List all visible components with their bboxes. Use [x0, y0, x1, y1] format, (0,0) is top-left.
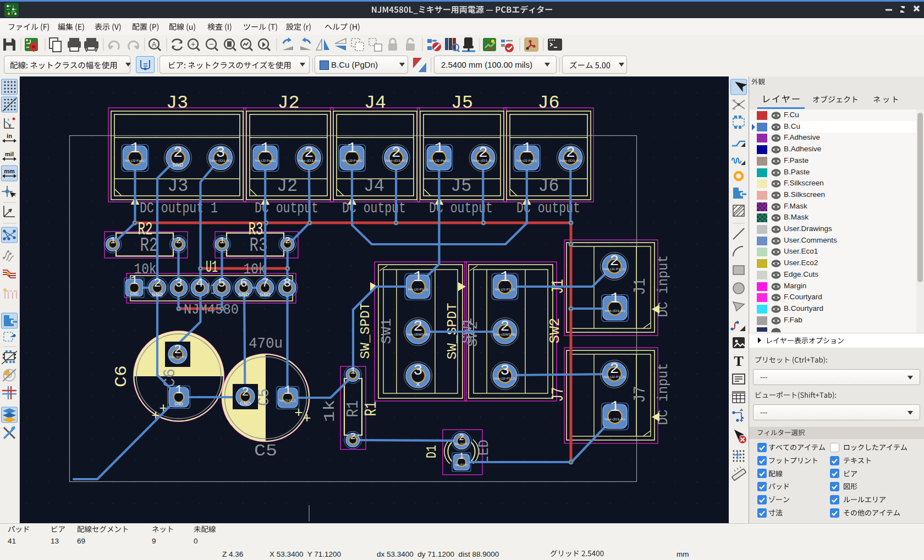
svg-text:J5: J5	[450, 176, 471, 196]
svg-text:2: 2	[350, 432, 356, 442]
svg-text:2: 2	[285, 236, 290, 246]
svg-text:1: 1	[610, 290, 620, 307]
svg-text:2: 2	[414, 318, 423, 335]
svg-text:6: 6	[240, 277, 247, 290]
svg-text:U1: U1	[206, 258, 218, 277]
svg-text:R1: R1	[344, 400, 362, 418]
svg-text:Net-(D1-A): Net-(D1-A)	[455, 463, 468, 466]
svg-text:3: 3	[175, 277, 182, 290]
svg-text:J5: J5	[451, 92, 473, 113]
svg-text:2: 2	[176, 236, 182, 246]
svg-text:Net-(J2-Pad1): Net-(J2-Pad1)	[516, 159, 537, 162]
svg-text:8: 8	[283, 277, 290, 290]
svg-text:GND: GND	[238, 292, 249, 298]
svg-text:1: 1	[130, 274, 138, 288]
svg-text:Net-(J2-Pad1): Net-(J2-Pad1)	[125, 159, 146, 162]
svg-text:2: 2	[173, 144, 183, 161]
svg-text:J2: J2	[277, 176, 298, 196]
svg-text:470u: 470u	[249, 335, 283, 352]
svg-text:in: in	[7, 133, 12, 139]
svg-text:Net-(J2-P1_1): Net-(J2-P1_1)	[279, 399, 296, 402]
svg-text:GND: GND	[172, 162, 183, 168]
svg-text:R2: R2	[138, 219, 153, 240]
svg-text:+: +	[302, 410, 311, 427]
svg-text:1: 1	[110, 236, 116, 246]
svg-text:SW2: SW2	[465, 321, 481, 347]
svg-text:J7: J7	[631, 386, 650, 403]
svg-text:Net-(J2-P1_2): Net-(J2-P1_2)	[603, 375, 625, 378]
svg-text:Net-(D1-K): Net-(D1-K)	[210, 159, 232, 162]
svg-text:1: 1	[610, 398, 620, 415]
svg-text:1: 1	[435, 140, 444, 157]
svg-text:4: 4	[196, 277, 203, 290]
svg-text:Net-(D1-K): Net-(D1-K)	[169, 355, 186, 359]
svg-text:C6: C6	[112, 365, 131, 387]
svg-text:Net-(J2-P1_2): Net-(J2-P1_2)	[494, 377, 516, 380]
svg-text:J4: J4	[364, 176, 384, 196]
svg-text:D1: D1	[424, 445, 440, 458]
svg-text:1: 1	[350, 366, 356, 376]
svg-text:7: 7	[261, 277, 268, 290]
svg-text:2: 2	[610, 360, 619, 377]
svg-text:1k: 1k	[321, 400, 338, 422]
svg-text:J1: J1	[631, 278, 650, 295]
svg-text:NJM4580: NJM4580	[184, 301, 239, 318]
svg-text:mm: mm	[4, 168, 15, 174]
svg-text:2: 2	[304, 144, 314, 161]
svg-text:Net-(J1-P1_2): Net-(J1-P1_2)	[603, 267, 625, 271]
svg-text:Net-(D1-K): Net-(D1-K)	[386, 159, 407, 162]
svg-text:Net-(J2-Pad1): Net-(J2-Pad1)	[255, 159, 276, 162]
svg-text:GND: GND	[130, 292, 138, 297]
svg-text:1: 1	[219, 236, 225, 246]
svg-text:10k: 10k	[244, 261, 266, 278]
svg-text:Net-(D1-K): Net-(D1-K)	[455, 442, 469, 446]
svg-text:1: 1	[284, 384, 291, 398]
svg-text:2: 2	[501, 318, 510, 335]
svg-text:2: 2	[174, 343, 181, 357]
svg-text:J4: J4	[364, 92, 386, 113]
svg-text:2: 2	[153, 277, 161, 290]
svg-text:C5: C5	[254, 442, 277, 460]
svg-text:GND: GND	[174, 402, 183, 407]
svg-text:1: 1	[501, 268, 510, 286]
svg-text:Net-(J1-P1_2): Net-(J1-P1_2)	[495, 288, 515, 291]
svg-text:Net-(D1-K): Net-(D1-K)	[298, 159, 320, 162]
svg-text:J7: J7	[549, 387, 568, 402]
svg-text:−: −	[209, 40, 213, 48]
svg-text:GND: GND	[152, 292, 163, 298]
svg-text:Net-(D1-K): Net-(D1-K)	[560, 159, 581, 162]
svg-text:J6: J6	[538, 92, 560, 113]
svg-text:1: 1	[175, 383, 182, 397]
svg-text:1: 1	[261, 140, 270, 157]
svg-text:mil: mil	[5, 151, 14, 157]
svg-text:3: 3	[216, 144, 226, 161]
svg-text:2: 2	[610, 252, 619, 270]
svg-text:θ: θ	[9, 123, 11, 128]
svg-text:J3: J3	[167, 176, 188, 196]
svg-text:Net-(J2-P1_1): Net-(J2-P1_1)	[408, 288, 428, 291]
svg-text:T: T	[734, 353, 743, 369]
svg-text:2: 2	[566, 144, 575, 161]
svg-text:1: 1	[459, 452, 464, 462]
svg-text:Net-(J2-Pad1): Net-(J2-Pad1)	[428, 159, 449, 162]
svg-text:Net-(D1-K): Net-(D1-K)	[604, 309, 625, 312]
svg-text:1: 1	[348, 140, 357, 157]
svg-text:SW_SPDT: SW_SPDT	[358, 303, 373, 359]
svg-text:Net-(SW1-B): Net-(SW1-B)	[407, 333, 429, 336]
svg-text:J6: J6	[538, 176, 559, 196]
svg-text:5: 5	[218, 277, 225, 290]
svg-text:LED: LED	[476, 440, 492, 464]
svg-text:1: 1	[414, 268, 423, 286]
svg-text:Net-(J2-Pad1): Net-(J2-Pad1)	[342, 159, 362, 162]
svg-text:J3: J3	[166, 92, 188, 113]
svg-text:GND: GND	[260, 292, 271, 298]
svg-text:GND: GND	[240, 400, 251, 407]
svg-text:x: x	[416, 380, 420, 388]
svg-text:R1: R1	[362, 402, 381, 416]
svg-text:Net-(D1-K): Net-(D1-K)	[472, 159, 494, 162]
svg-text:3: 3	[501, 362, 510, 379]
svg-text:A: A	[152, 41, 156, 48]
svg-text:+: +	[191, 40, 195, 48]
svg-text:Net-(SW1-B): Net-(SW1-B)	[494, 333, 516, 336]
svg-text:1: 1	[130, 140, 140, 157]
